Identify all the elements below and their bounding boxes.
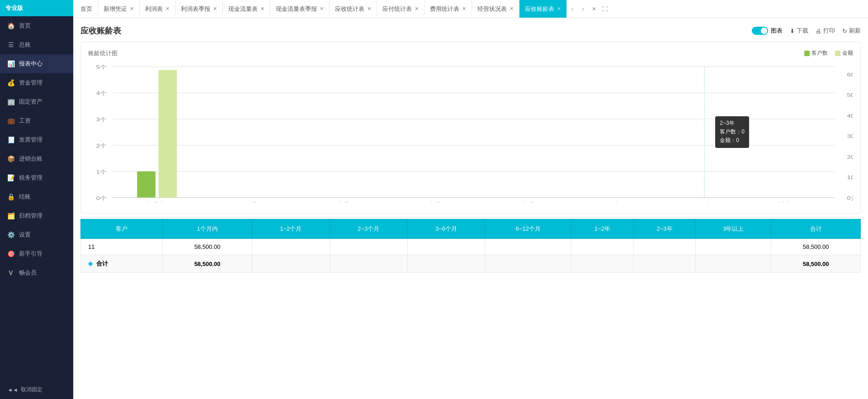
chart-toggle-label: 图表 <box>771 27 783 35</box>
sidebar-item-closing[interactable]: 🔒 结账 <box>0 187 73 206</box>
svg-text:30,000.00元: 30,000.00元 <box>847 133 853 139</box>
svg-text:1~2个月: 1~2个月 <box>233 201 258 202</box>
svg-text:3年以上: 3年以上 <box>768 201 792 202</box>
download-button[interactable]: ⬇ 下载 <box>790 27 808 35</box>
tab-cashflow-quarter-close[interactable]: ✕ <box>320 6 324 12</box>
col-y23: 2~3年 <box>633 219 695 239</box>
sidebar: 专业版 🏠 首页 ☰ 总账 📊 报表中心 💰 资金管理 🏢 固定资产 💼 工资 … <box>0 0 73 399</box>
refresh-icon: ↻ <box>842 28 847 34</box>
tab-expense-stat[interactable]: 费用统计表 ✕ <box>425 0 472 18</box>
tab-operation-stat[interactable]: 经营状况表 ✕ <box>472 0 519 18</box>
sidebar-item-funds[interactable]: 💰 资金管理 <box>0 73 73 92</box>
tab-cashflow[interactable]: 现金流量表 ✕ <box>223 0 270 18</box>
col-y3plus: 3年以上 <box>696 219 771 239</box>
col-m612: 6~12个月 <box>485 219 571 239</box>
tab-nav-prev[interactable]: ‹ <box>567 4 578 14</box>
logo-text: 专业版 <box>5 4 23 12</box>
svg-text:3个: 3个 <box>96 117 107 123</box>
sidebar-item-ledger[interactable]: ☰ 总账 <box>0 35 73 54</box>
col-m36: 3~6个月 <box>407 219 485 239</box>
pin-icon: ◄◄ <box>7 387 18 393</box>
tab-close-all[interactable]: ✕ <box>589 4 599 14</box>
sidebar-item-inventory[interactable]: 📦 进销台账 <box>0 149 73 168</box>
chart-toggle[interactable] <box>752 27 768 35</box>
print-icon: 🖨 <box>816 28 821 34</box>
svg-text:0个: 0个 <box>96 195 107 201</box>
sidebar-item-label: 畅会员 <box>19 269 37 277</box>
tab-receivable-stat-close[interactable]: ✕ <box>367 6 371 12</box>
sidebar-item-payroll[interactable]: 💼 工资 <box>0 111 73 130</box>
sidebar-item-label: 工资 <box>19 117 31 125</box>
print-label: 打印 <box>823 27 835 35</box>
sidebar-item-invoice[interactable]: 🧾 发票管理 <box>0 130 73 149</box>
page-content: 应收账龄表 图表 ⬇ 下载 🖨 打印 ↻ 刷新 <box>73 18 868 399</box>
tab-voucher-close[interactable]: ✕ <box>130 6 134 12</box>
settings-icon: ⚙️ <box>7 231 14 238</box>
sidebar-pin-toggle[interactable]: ◄◄ 取消固定 <box>0 380 73 399</box>
tab-cashflow-close[interactable]: ✕ <box>260 6 264 12</box>
sidebar-item-label: 新手引导 <box>19 250 42 258</box>
home-icon: 🏠 <box>7 22 14 29</box>
sidebar-item-vip[interactable]: V 畅会员 <box>0 263 73 282</box>
sidebar-item-label: 资金管理 <box>19 79 42 87</box>
sidebar-item-assets[interactable]: 🏢 固定资产 <box>0 92 73 111</box>
tab-profit-quarter[interactable]: 利润表季报 ✕ <box>175 0 223 18</box>
col-m1: 1个月内 <box>163 219 252 239</box>
sidebar-item-tax[interactable]: 📝 税务管理 <box>0 168 73 187</box>
total-text: 合计 <box>96 260 108 267</box>
tab-nav-next[interactable]: › <box>578 4 589 14</box>
total-y12 <box>571 255 633 273</box>
total-m612 <box>485 255 571 273</box>
total-m12 <box>252 255 330 273</box>
tab-payable-stat-label: 应付统计表 <box>382 5 412 13</box>
tab-profit-quarter-close[interactable]: ✕ <box>213 6 217 12</box>
table-row: 11 58,500.00 58,500.00 <box>81 239 861 255</box>
sidebar-item-label: 归档管理 <box>19 212 42 220</box>
tab-profit-label: 利润表 <box>145 5 163 13</box>
sidebar-item-guide[interactable]: 🎯 新手引导 <box>0 244 73 263</box>
sidebar-item-archive[interactable]: 🗂️ 归档管理 <box>0 206 73 225</box>
svg-text:1个: 1个 <box>96 169 107 175</box>
sidebar-item-home[interactable]: 🏠 首页 <box>0 16 73 35</box>
sidebar-item-reports[interactable]: 📊 报表中心 <box>0 54 73 73</box>
sidebar-item-label: 总账 <box>19 41 31 49</box>
cell-m612 <box>485 239 571 255</box>
vip-icon: V <box>7 269 14 276</box>
table-total-row: ◈ 合计 58,500.00 58,500.00 <box>81 255 861 273</box>
tab-bar: 首页 新增凭证 ✕ 利润表 ✕ 利润表季报 ✕ 现金流量表 ✕ 现金流量表季报 … <box>73 0 868 18</box>
tab-receivable-aging[interactable]: 应收账龄表 ✕ <box>519 0 567 18</box>
funds-icon: 💰 <box>7 79 14 86</box>
tab-receivable-stat[interactable]: 应收统计表 ✕ <box>330 0 377 18</box>
tab-voucher[interactable]: 新增凭证 ✕ <box>98 0 140 18</box>
tab-profit[interactable]: 利润表 ✕ <box>140 0 175 18</box>
tab-payable-stat[interactable]: 应付统计表 ✕ <box>377 0 425 18</box>
tab-expense-stat-close[interactable]: ✕ <box>462 6 466 12</box>
tab-home[interactable]: 首页 <box>75 0 98 18</box>
tab-profit-quarter-label: 利润表季报 <box>181 5 210 13</box>
cell-m1: 58,500.00 <box>163 239 252 255</box>
header-actions: 图表 ⬇ 下载 🖨 打印 ↻ 刷新 <box>752 27 861 35</box>
invoice-icon: 🧾 <box>7 136 14 143</box>
cell-m23 <box>330 239 407 255</box>
tab-payable-stat-close[interactable]: ✕ <box>415 6 419 12</box>
svg-text:40,000.00元: 40,000.00元 <box>847 113 853 119</box>
sidebar-item-label: 首页 <box>19 22 31 30</box>
print-button[interactable]: 🖨 打印 <box>816 27 835 35</box>
tab-operation-stat-close[interactable]: ✕ <box>509 6 514 12</box>
cell-y3plus <box>696 239 771 255</box>
cell-y12 <box>571 239 633 255</box>
legend-amount: 金额 <box>835 49 853 57</box>
pin-label: 取消固定 <box>21 386 42 394</box>
refresh-button[interactable]: ↻ 刷新 <box>842 27 861 35</box>
svg-text:10,000.00元: 10,000.00元 <box>847 175 853 180</box>
tab-receivable-aging-close[interactable]: ✕ <box>557 6 561 12</box>
page-title: 应收账龄表 <box>80 25 121 36</box>
tab-receivable-stat-label: 应收统计表 <box>335 5 364 13</box>
guide-icon: 🎯 <box>7 250 14 257</box>
tab-cashflow-quarter[interactable]: 现金流量表季报 ✕ <box>270 0 330 18</box>
sidebar-item-settings[interactable]: ⚙️ 设置 <box>0 225 73 244</box>
bar-1m-customer <box>137 171 156 198</box>
tab-profit-close[interactable]: ✕ <box>165 6 170 12</box>
tab-expand[interactable]: ⛶ <box>599 4 610 14</box>
main-content: 首页 新增凭证 ✕ 利润表 ✕ 利润表季报 ✕ 现金流量表 ✕ 现金流量表季报 … <box>73 0 868 399</box>
